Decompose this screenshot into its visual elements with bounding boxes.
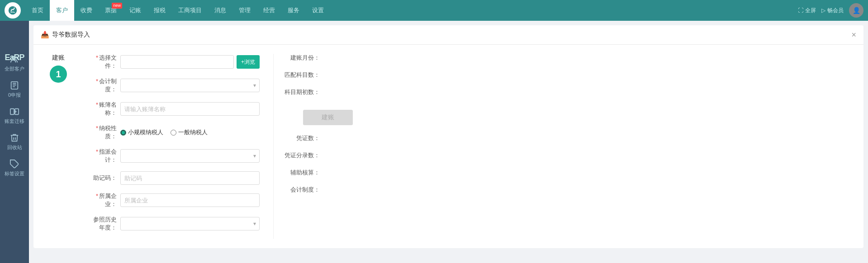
sidebar-item-report[interactable]: 0申报 [1,77,28,101]
step-circle: 1 [50,66,67,83]
accounting-system-select-wrapper [120,79,260,92]
build-account-button[interactable]: 建账 [303,110,353,125]
content-area: 📥 导爷数据导入 × 建账 1 选择文件： [29,21,868,263]
nav-item-home[interactable]: 首页 [25,0,50,21]
panel-body: 建账 1 选择文件： +浏览 会计制度： [33,45,863,248]
tax-general-radio[interactable] [171,130,176,136]
sidebar: EaRP 全部客户 0申报 账套迁移 [0,21,29,263]
tax-type-radio-group: 小规模纳税人 一般纳税人 [120,128,260,136]
voucher-label: 凭证数： [283,134,323,142]
file-input[interactable] [120,55,234,69]
voucher-row: 凭证数： [283,134,373,142]
close-button[interactable]: × [851,31,856,39]
nav-item-management[interactable]: 管理 [232,0,257,21]
info-accounting-system-label: 会计制度： [283,186,323,194]
main-panel: 📥 导爷数据导入 × 建账 1 选择文件： [33,25,863,248]
match-subjects-label: 匹配科目数： [283,71,323,79]
accountant-select[interactable] [120,149,260,163]
nav-item-fee[interactable]: 收费 [74,0,99,21]
nav-item-business[interactable]: 工商项目 [172,0,208,21]
file-input-group: +浏览 [120,55,260,69]
voucher-entries-row: 凭证分录数： [283,151,373,160]
subject-period-label: 科目期初数： [283,88,323,96]
nav-item-settings[interactable]: 设置 [306,0,330,21]
avatar-icon: 👤 [853,7,860,14]
member-button[interactable]: ▷ 畅会员 [821,7,844,14]
sidebar-item-trash[interactable]: 回收站 [1,129,28,154]
history-year-row: 参照历史年度： [88,216,260,232]
svg-rect-3 [10,109,14,115]
history-year-select[interactable] [120,217,260,230]
memo-label: 助记码： [88,174,120,182]
import-icon: 📥 [41,31,49,39]
play-icon: ▷ [821,7,825,14]
info-section: 建账月份： 匹配科目数： 科目期初数： 建账 [273,54,373,239]
sidebar-item-tag[interactable]: 标签设置 [1,155,28,180]
file-row: 选择文件： +浏览 [88,54,260,70]
nav-items: 首页 客户 收费 票据 new 记账 报税 工商项目 消息 管理 经营 服务 设… [25,0,798,21]
nav-item-operations[interactable]: 经营 [257,0,281,21]
tax-type-label: 纳税性质： [88,124,120,141]
nav-item-bookkeeping[interactable]: 记账 [123,0,147,21]
svg-rect-2 [11,82,18,89]
company-label: 所属企业： [88,192,120,208]
voucher-entries-label: 凭证分录数： [283,151,323,160]
accountant-row: 指派会计： [88,148,260,164]
sidebar-item-migrate[interactable]: 账套迁移 [1,103,28,127]
nav-item-message[interactable]: 消息 [208,0,232,21]
ledger-name-label: 账簿名称： [88,101,120,117]
new-badge: new [112,3,122,9]
svg-rect-4 [15,109,19,115]
nav-item-tax[interactable]: 报税 [147,0,172,21]
fullscreen-button[interactable]: ⛶ 全屏 [798,7,816,14]
nav-item-invoice[interactable]: 票据 new [99,0,123,21]
tax-general-option[interactable]: 一般纳税人 [171,128,208,136]
ledger-name-input[interactable] [120,102,260,116]
info-accounting-system-row: 会计制度： [283,186,373,194]
svg-point-0 [9,6,17,14]
memo-input[interactable] [120,171,260,185]
company-row: 所属企业： [88,192,260,208]
history-year-select-wrapper [120,217,260,230]
panel-title: 📥 导爷数据导入 [41,31,90,39]
nav-right: ⛶ 全屏 ▷ 畅会员 👤 [798,3,863,18]
accounting-system-label: 会计制度： [88,77,120,94]
subject-period-row: 科目期初数： [283,88,373,96]
ledger-name-row: 账簿名称： [88,101,260,117]
top-navigation: 首页 客户 收费 票据 new 记账 报税 工商项目 消息 管理 经营 服务 设… [0,0,868,21]
accounting-system-select[interactable] [120,79,260,92]
company-input[interactable] [120,193,260,207]
step-section: 建账 1 [43,54,74,239]
nav-item-service[interactable]: 服务 [281,0,306,21]
panel-header: 📥 导爷数据导入 × [33,25,863,45]
tax-small-radio[interactable] [120,130,126,136]
main-layout: EaRP 全部客户 0申报 账套迁移 [0,21,868,263]
fullscreen-icon: ⛶ [798,7,803,14]
match-subjects-row: 匹配科目数： [283,71,373,79]
avatar[interactable]: 👤 [849,3,863,18]
history-year-label: 参照历史年度： [88,216,120,232]
accounting-system-row: 会计制度： [88,77,260,94]
accountant-label: 指派会计： [88,148,120,164]
build-month-label: 建账月份： [283,54,323,62]
accountant-select-wrapper [120,149,260,163]
tax-type-row: 纳税性质： 小规模纳税人 一般纳税人 [88,124,260,141]
earp-label: EaRP [0,45,29,70]
build-month-row: 建账月份： [283,54,373,62]
step-label: 建账 [52,54,65,62]
form-section: 选择文件： +浏览 会计制度： [88,54,260,239]
aux-accounting-label: 辅助核算： [283,169,323,177]
file-label: 选择文件： [88,54,120,70]
nav-item-customer[interactable]: 客户 [50,0,74,21]
logo[interactable] [5,2,21,19]
browse-button[interactable]: +浏览 [237,55,260,69]
aux-accounting-row: 辅助核算： [283,169,373,177]
tax-small-option[interactable]: 小规模纳税人 [120,128,163,136]
memo-row: 助记码： [88,171,260,185]
